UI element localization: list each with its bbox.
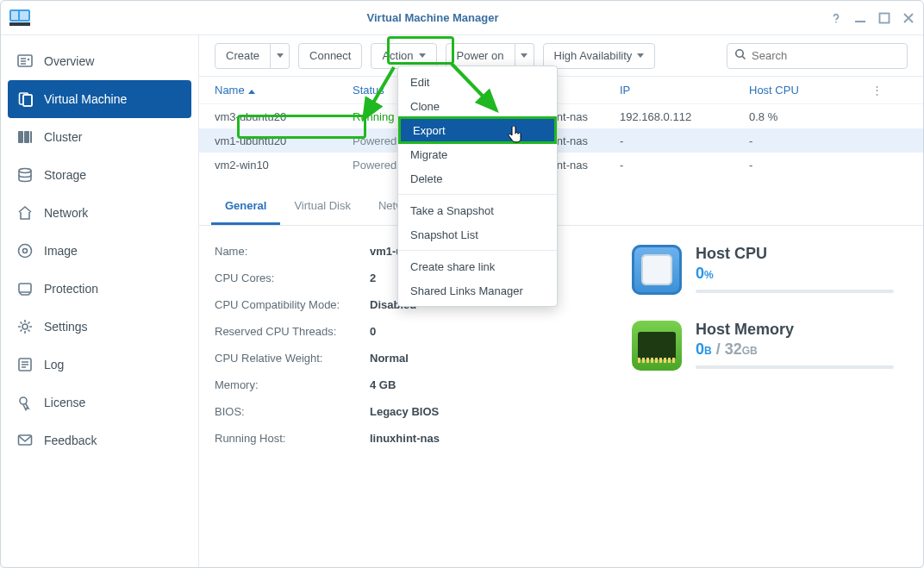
menu-item-migrate[interactable]: Migrate (398, 142, 557, 166)
search-input[interactable] (752, 49, 900, 62)
sidebar-item-label: Storage (44, 168, 86, 182)
svg-rect-18 (19, 284, 31, 292)
cell-name: vm3-ubuntu20 (215, 110, 353, 123)
poweron-caret[interactable] (515, 43, 534, 69)
sidebar-item-log[interactable]: Log (8, 346, 191, 384)
menu-item-sharedmgr[interactable]: Shared Links Manager (398, 278, 557, 303)
cell-cpu: 0.8 % (749, 110, 870, 123)
cluster-icon (16, 128, 34, 146)
sidebar-item-label: Cluster (44, 130, 82, 144)
create-button-split[interactable]: Create (215, 43, 290, 69)
sidebar-item-cluster[interactable]: Cluster (8, 118, 191, 156)
menu-item-snapshot[interactable]: Take a Snapshot (398, 198, 557, 222)
sidebar-item-virtual-machine[interactable]: Virtual Machine (8, 80, 191, 118)
sidebar-item-feedback[interactable]: Feedback (8, 421, 191, 459)
sidebar-item-label: Settings (44, 320, 88, 334)
svg-point-16 (19, 245, 32, 258)
minimize-icon[interactable] (854, 12, 866, 24)
svg-point-15 (19, 169, 31, 173)
svg-rect-10 (23, 95, 32, 106)
sidebar-item-label: Overview (44, 54, 94, 68)
search-icon (734, 48, 746, 63)
col-ip[interactable]: IP (620, 84, 749, 97)
menu-item-export[interactable]: Export (398, 116, 557, 144)
sidebar-item-network[interactable]: Network (8, 194, 191, 232)
feedback-icon (16, 432, 34, 449)
tab-virtual-disk[interactable]: Virtual Disk (280, 190, 365, 225)
svg-rect-1 (11, 11, 18, 20)
cell-ip: 192.168.0.112 (620, 110, 749, 123)
settings-icon (16, 318, 34, 335)
search-box[interactable] (727, 43, 908, 69)
sidebar-item-label: Network (44, 206, 88, 220)
connect-button[interactable]: Connect (298, 43, 362, 69)
svg-point-17 (23, 249, 28, 253)
storage-icon (16, 166, 34, 184)
cell-name: vm1-ubuntu20 (215, 134, 353, 147)
cell-cpu: - (749, 134, 870, 147)
sidebar-item-license[interactable]: License (8, 384, 191, 421)
svg-rect-12 (18, 131, 23, 143)
menu-item-delete[interactable]: Delete (398, 166, 557, 190)
svg-rect-2 (20, 11, 28, 20)
sidebar-item-protection[interactable]: Protection (8, 270, 191, 308)
ha-button[interactable]: High Availability (543, 43, 656, 69)
action-menu: Edit Clone Export Migrate Delete Take a … (397, 66, 558, 307)
svg-rect-14 (30, 131, 32, 143)
vm-icon (16, 91, 34, 108)
create-button[interactable]: Create (215, 43, 271, 69)
tab-general[interactable]: General (211, 190, 280, 225)
sidebar-item-label: Feedback (44, 434, 97, 447)
image-icon (16, 242, 34, 259)
svg-point-19 (22, 324, 28, 329)
cursor-pointer-icon (507, 126, 522, 147)
menu-item-snaplist[interactable]: Snapshot List (398, 222, 557, 247)
columns-menu-icon[interactable]: ⋮ (870, 84, 883, 97)
table-row[interactable]: vm2-win10 Powered off linuxhint-nas - - (199, 153, 923, 177)
cell-ip: - (620, 159, 749, 172)
sidebar-item-image[interactable]: Image (8, 232, 191, 270)
svg-rect-13 (24, 131, 29, 143)
poweron-button[interactable]: Power on (446, 43, 515, 69)
menu-item-sharelink[interactable]: Create share link (398, 254, 557, 278)
protection-icon (16, 280, 34, 297)
sidebar-item-label: Protection (44, 282, 98, 296)
table-row[interactable]: vm1-ubuntu20 Powered off linuxhint-nas -… (199, 128, 923, 153)
close-icon[interactable] (902, 12, 915, 24)
sidebar-item-overview[interactable]: Overview (8, 42, 191, 80)
metric-host-memory: Host Memory 0B / 32GB (632, 321, 908, 371)
table-row[interactable]: vm3-ubuntu20 Running linuxhint-nas 192.1… (199, 104, 923, 128)
svg-rect-6 (880, 13, 890, 22)
poweron-button-split[interactable]: Power on (446, 43, 534, 69)
create-caret[interactable] (271, 43, 290, 69)
metric-title: Host CPU (696, 245, 894, 263)
log-icon (16, 356, 34, 373)
network-icon (16, 204, 34, 222)
menu-item-edit[interactable]: Edit (398, 70, 557, 94)
col-hostcpu[interactable]: Host CPU (749, 84, 870, 97)
sidebar-item-settings[interactable]: Settings (8, 308, 191, 346)
menu-item-clone[interactable]: Clone (398, 94, 557, 118)
sidebar-item-label: License (44, 396, 85, 409)
col-name[interactable]: Name (215, 84, 353, 97)
sidebar-item-label: Virtual Machine (44, 92, 127, 106)
overview-icon (16, 53, 34, 70)
cell-cpu: - (749, 159, 870, 172)
sidebar-item-label: Log (44, 358, 64, 371)
metric-host-cpu: Host CPU 0% (632, 245, 908, 295)
metric-title: Host Memory (696, 321, 894, 339)
help-icon[interactable] (830, 12, 842, 24)
svg-rect-3 (9, 22, 30, 26)
sidebar-item-label: Image (44, 244, 78, 258)
svg-rect-5 (855, 21, 865, 22)
table-header: Name Status Host IP Host CPU ⋮ (199, 77, 923, 104)
sidebar-item-storage[interactable]: Storage (8, 156, 191, 194)
cell-ip: - (620, 134, 749, 147)
svg-point-4 (835, 21, 837, 22)
svg-point-21 (20, 397, 27, 404)
action-button[interactable]: Action (371, 43, 436, 69)
maximize-icon[interactable] (878, 12, 890, 24)
svg-point-23 (736, 50, 743, 57)
license-icon (16, 394, 34, 411)
memory-icon (632, 321, 682, 371)
